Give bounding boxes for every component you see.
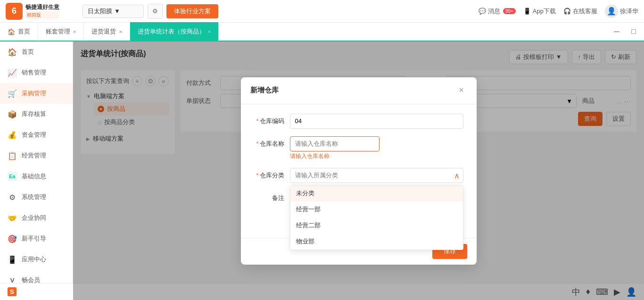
dropdown-item-3[interactable]: 物业部 xyxy=(290,233,463,250)
guide-icon: 🎯 xyxy=(8,234,17,243)
message-badge: 99+ xyxy=(503,8,516,14)
note-label: 备注 xyxy=(254,191,284,202)
form-row-name: *仓库名称 请输入仓库名称 xyxy=(254,136,463,160)
sidebar-item-basic-info[interactable]: Ea 基础信息 xyxy=(0,166,73,187)
logo-icon: 6 xyxy=(6,3,23,20)
home-icon: 🏠 xyxy=(8,28,15,35)
logo-area: 6 畅捷通好生意 精简版 xyxy=(6,3,79,20)
sidebar-item-finance[interactable]: 💰 资金管理 xyxy=(0,125,73,145)
finance-icon: 💰 xyxy=(8,130,17,140)
store-name: 日太阳膜 xyxy=(88,7,112,16)
tab-maximize-button[interactable]: □ xyxy=(627,25,640,38)
message-icon: 💬 xyxy=(479,8,486,15)
dropdown-list: 未分类 经营一部 经营二部 物业部 xyxy=(290,185,463,250)
sidebar-item-purchase[interactable]: 🛒 采购管理 xyxy=(0,83,73,104)
name-input-wrap: 请输入仓库名称 xyxy=(290,136,463,160)
code-label: *仓库编码 xyxy=(254,114,284,125)
main-layout: 🏠 首页 📈 销售管理 🛒 采购管理 📦 库存核算 💰 资金管理 📋 经营管理 … xyxy=(0,42,644,300)
name-input[interactable] xyxy=(290,136,380,151)
sidebar-item-inventory[interactable]: 📦 库存核算 xyxy=(0,104,73,125)
logo-text: 畅捷通好生意 精简版 xyxy=(25,3,59,19)
tab-minimize-button[interactable]: ─ xyxy=(610,25,623,38)
sidebar-item-sales[interactable]: 📈 销售管理 xyxy=(0,62,73,83)
message-button[interactable]: 💬 消息 99+ xyxy=(479,7,516,16)
sidebar-item-home[interactable]: 🏠 首页 xyxy=(0,42,73,62)
modal-header: 新增仓库 × xyxy=(241,77,477,104)
tab-close-purchase-return[interactable]: × xyxy=(119,29,122,34)
modal-close-button[interactable]: × xyxy=(456,85,467,96)
dropdown-item-1[interactable]: 经营一部 xyxy=(290,201,463,217)
tab-purchase-stats[interactable]: 进货单统计表（按商品） × xyxy=(130,22,219,41)
operations-icon: 📋 xyxy=(8,151,17,160)
enterprise-icon: 🤝 xyxy=(8,213,17,223)
sales-icon: 📈 xyxy=(8,68,17,77)
sidebar-item-enterprise[interactable]: 🤝 企业协同 xyxy=(0,208,73,228)
tab-actions: ─ □ xyxy=(610,25,644,38)
phone-icon: 📱 xyxy=(523,8,531,15)
basic-info-icon: Ea xyxy=(8,172,17,181)
home-icon: 🏠 xyxy=(8,47,17,57)
category-label: *仓库分类 xyxy=(254,168,284,180)
gear-icon: ⚙ xyxy=(152,8,158,15)
logo-badge: 精简版 xyxy=(25,11,59,19)
tab-close-purchase-stats[interactable]: × xyxy=(208,29,211,34)
online-service-button[interactable]: 🎧 在线客服 xyxy=(563,7,597,16)
top-bar: 6 畅捷通好生意 精简版 日太阳膜 ▼ ⚙ 体验行业方案 💬 消息 99+ 📱 … xyxy=(0,0,644,23)
sidebar-item-guide[interactable]: 🎯 新手引导 xyxy=(0,228,73,249)
code-input[interactable] xyxy=(290,114,463,129)
user-menu[interactable]: 👤 徐泽华 xyxy=(605,5,638,18)
name-label: *仓库名称 xyxy=(254,136,284,148)
top-right: 💬 消息 99+ 📱 App下载 🎧 在线客服 👤 徐泽华 xyxy=(479,5,638,18)
avatar: 👤 xyxy=(605,5,618,18)
nav-tabs: 🏠 首页 账套管理 × 进货退货 × 进货单统计表（按商品） × ─ □ xyxy=(0,23,644,42)
system-icon: ⚙ xyxy=(8,192,17,202)
modal-overlay: 新增仓库 × *仓库编码 *仓库名称 xyxy=(73,42,644,300)
modal-title: 新增仓库 xyxy=(250,86,279,95)
sidebar: 🏠 首页 📈 销售管理 🛒 采购管理 📦 库存核算 💰 资金管理 📋 经营管理 … xyxy=(0,42,73,300)
dropdown-item-0[interactable]: 未分类 xyxy=(290,185,463,201)
headset-icon: 🎧 xyxy=(563,8,571,15)
tab-account[interactable]: 账套管理 × xyxy=(38,22,84,41)
trial-button[interactable]: 体验行业方案 xyxy=(166,4,218,18)
gear-button[interactable]: ⚙ xyxy=(148,4,163,19)
dropdown-item-2[interactable]: 经营二部 xyxy=(290,217,463,233)
sidebar-item-operations[interactable]: 📋 经营管理 xyxy=(0,145,73,166)
apps-icon: 📱 xyxy=(8,255,17,264)
category-dropdown: ∧ 未分类 经营一部 经营二部 物业部 xyxy=(290,168,463,183)
username-label: 徐泽华 xyxy=(620,7,638,16)
app-download-button[interactable]: 📱 App下载 xyxy=(523,7,556,16)
form-row-category: *仓库分类 ∧ 未分类 经营一部 经营二部 物业部 xyxy=(254,168,463,183)
tab-purchase-return[interactable]: 进货退货 × xyxy=(84,22,130,41)
name-error-msg: 请输入仓库名称 xyxy=(290,152,463,160)
content-area: 进货单统计(按商品) 🖨 按模板打印 ▼ ↑ 导出 ↻ 刷新 xyxy=(73,42,644,300)
category-input[interactable] xyxy=(290,168,463,183)
modal-new-warehouse: 新增仓库 × *仓库编码 *仓库名称 xyxy=(241,77,477,265)
bottom-logo: S xyxy=(8,287,17,296)
tab-close-account[interactable]: × xyxy=(73,29,76,34)
store-selector[interactable]: 日太阳膜 ▼ xyxy=(83,5,144,18)
sidebar-item-apps[interactable]: 📱 应用中心 xyxy=(0,249,73,270)
sidebar-item-system[interactable]: ⚙ 系统管理 xyxy=(0,187,73,208)
purchase-icon: 🛒 xyxy=(8,89,17,98)
modal-body: *仓库编码 *仓库名称 请输入仓库名称 xyxy=(241,104,477,238)
tab-home[interactable]: 🏠 首页 xyxy=(0,22,38,41)
form-row-code: *仓库编码 xyxy=(254,114,463,129)
inventory-icon: 📦 xyxy=(8,109,17,119)
chevron-down-icon: ▼ xyxy=(114,8,139,15)
